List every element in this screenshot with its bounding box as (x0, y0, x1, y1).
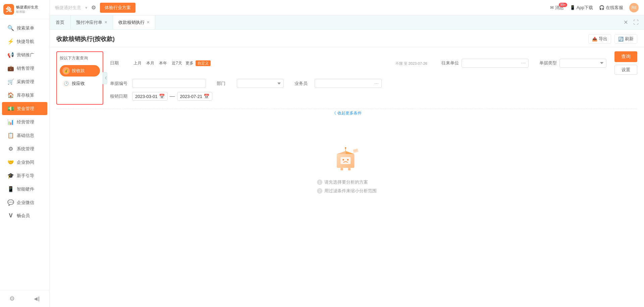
date-last-7days[interactable]: 近7天 (170, 60, 183, 67)
sidebar-item-inventory[interactable]: 🏠 库存核算 (2, 89, 47, 102)
date-range-wrap: 2023-03-01 📅 — 2023-07-21 📅 (132, 92, 212, 101)
svg-marker-2 (345, 151, 354, 154)
topbar-gear-icon[interactable]: ⚙ (91, 4, 96, 11)
sidebar-item-quick-nav[interactable]: ⚡ 快捷导航 (2, 35, 47, 48)
sidebar-item-wechat[interactable]: 💬 企业微信 (2, 196, 47, 209)
topbar-brand: 畅捷通好生意 (55, 5, 81, 11)
date-custom-badge[interactable]: 自定义 (196, 60, 211, 66)
hint-text-1: 请先选择要分析的方案 (324, 179, 368, 185)
verify-date-end-text: 2023-07-21 (180, 94, 203, 99)
sidebar-label-inventory: 库存核算 (17, 92, 34, 98)
query-row-verify-date: 核销日期 2023-03-01 📅 — 2023-07-21 📅 (110, 92, 637, 101)
empty-state: 1 请先选择要分析的方案 2 用过滤条件来缩小分析范围 (50, 119, 644, 223)
collapse-sidebar-icon[interactable]: ◀‖ (31, 295, 43, 303)
date-this-year[interactable]: 本年 (158, 60, 168, 67)
app-download-label: App下载 (577, 5, 593, 11)
page-container: 收款核销执行(按收款) 📤 导出 🔄 刷新 按以下方案查询 (50, 30, 644, 307)
svg-point-4 (342, 159, 344, 161)
settings-bottom-icon[interactable]: ⚙ (7, 294, 17, 304)
refresh-button[interactable]: 🔄 刷新 (614, 34, 637, 44)
partner-label: 往来单位 (441, 60, 460, 66)
sidebar-label-marketing: 营销推广 (17, 52, 34, 58)
receivable-option-icon: 🕐 (62, 80, 70, 87)
tabbar-actions: ✕ ⛶ (622, 18, 644, 27)
staff-ellipsis-icon[interactable]: ··· (374, 81, 379, 87)
online-service-link[interactable]: 🎧 在线客服 (599, 5, 623, 11)
collapse-more-btn[interactable]: 《 收起更多条件 (56, 109, 637, 119)
app-edition: 标准版 (16, 10, 38, 14)
topbar-chevron-icon[interactable]: ▾ (85, 5, 87, 10)
partner-ellipsis-icon[interactable]: ··· (521, 60, 526, 66)
dept-select[interactable] (237, 79, 284, 88)
basics-icon: 📋 (7, 132, 14, 139)
verify-date-end-calendar-icon: 📅 (204, 94, 209, 99)
filter-option-by-receivable[interactable]: 🕐 按应收 (60, 78, 100, 89)
tab-verify-close-icon[interactable]: ✕ (147, 20, 150, 24)
sidebar-item-collab[interactable]: 🤝 企业协同 (2, 156, 47, 169)
filter-sidebar-collapse-btn[interactable]: 《 (103, 72, 107, 84)
app-logo: 兔 畅捷通好生意 标准版 (0, 0, 49, 19)
system-icon: ⚙ (7, 146, 14, 152)
staff-input[interactable] (318, 79, 374, 88)
sidebar-item-guide[interactable]: 🎓 新手引导 (2, 169, 47, 182)
sidebar-label-system: 系统管理 (17, 146, 34, 152)
query-button[interactable]: 查询 (614, 51, 637, 62)
sidebar-item-hardware[interactable]: 📱 智能硬件 (2, 183, 47, 196)
sidebar-label-quick-nav: 快捷导航 (17, 39, 34, 45)
sidebar-label-member: 畅会员 (17, 213, 30, 219)
svg-point-5 (347, 159, 349, 161)
sidebar-item-operations[interactable]: 📊 经营管理 (2, 115, 47, 129)
settings-button[interactable]: 设置 (614, 65, 637, 75)
export-icon: 📤 (592, 37, 597, 42)
solution-button[interactable]: 体验行业方案 (100, 3, 136, 13)
svg-rect-10 (353, 148, 359, 153)
verify-date-start-field[interactable]: 2023-03-01 📅 (132, 92, 168, 101)
sidebar-item-basics[interactable]: 📋 基础信息 (2, 129, 47, 142)
date-last-month[interactable]: 上月 (132, 60, 143, 67)
tab-home-label: 首页 (56, 19, 64, 25)
sidebar-item-search[interactable]: 🔍 搜索菜单 (2, 21, 47, 35)
empty-box-svg (332, 146, 362, 172)
verify-date-start-text: 2023-03-01 (135, 94, 158, 99)
doc-type-select[interactable] (559, 59, 606, 68)
collapse-more-label: 收起更多条件 (337, 110, 362, 116)
hint-text-2: 用过滤条件来缩小分析范围 (324, 188, 377, 194)
user-avatar[interactable]: Rit (629, 3, 639, 12)
sidebar-label-hardware: 智能硬件 (17, 186, 34, 192)
doc-type-label: 单据类型 (539, 60, 557, 66)
finance-icon: 💵 (7, 105, 14, 112)
partner-input[interactable] (465, 59, 521, 67)
date-this-month[interactable]: 本月 (145, 60, 156, 67)
sidebar-item-member[interactable]: V 畅会员 (2, 209, 47, 222)
export-button[interactable]: 📤 导出 (588, 34, 611, 44)
doc-no-input[interactable] (135, 79, 203, 88)
hint-number-2: 2 (317, 188, 322, 194)
tab-verify[interactable]: 收款核销执行 ✕ (113, 15, 155, 29)
empty-hint-1: 1 请先选择要分析的方案 (317, 179, 377, 185)
tab-home[interactable]: 首页 (50, 15, 71, 29)
verify-date-end-field[interactable]: 2023-07-21 📅 (177, 92, 213, 101)
sidebar-item-system[interactable]: ⚙ 系统管理 (2, 142, 47, 155)
filter-option-by-receipt[interactable]: 💰 按收款 (60, 65, 100, 76)
sidebar-item-sales[interactable]: 💼 销售管理 (2, 62, 47, 75)
tab-prepay[interactable]: 预付冲应付单 ✕ (71, 15, 113, 29)
sidebar-item-marketing[interactable]: 📢 营销推广 (2, 48, 47, 61)
app-download-link[interactable]: 📱 App下载 (570, 5, 593, 11)
sidebar-label-finance: 资金管理 (17, 106, 34, 112)
tab-close-all-icon[interactable]: ✕ (622, 18, 629, 27)
app-name: 畅捷通好生意 (16, 5, 38, 9)
filter-area: 按以下方案查询 💰 按收款 🕐 按应收 《 日期 (50, 47, 644, 109)
tab-prepay-close-icon[interactable]: ✕ (104, 20, 107, 24)
sidebar-item-purchase[interactable]: 🛒 采购管理 (2, 75, 47, 88)
svg-rect-7 (348, 168, 351, 170)
sidebar-bottom: ⚙ ◀‖ (0, 290, 49, 307)
date-more-btn[interactable]: 更多 (185, 60, 194, 66)
tab-expand-icon[interactable]: ⛶ (632, 18, 640, 27)
tab-verify-label: 收款核销执行 (118, 19, 145, 25)
sidebar-item-finance[interactable]: 💵 资金管理 (2, 102, 47, 115)
collab-icon: 🤝 (7, 159, 14, 165)
sidebar-label-collab: 企业协同 (17, 159, 34, 165)
svg-rect-3 (340, 157, 351, 164)
doc-no-input-wrap (132, 79, 206, 88)
message-button[interactable]: ✉ 消息 99+ (550, 5, 564, 11)
